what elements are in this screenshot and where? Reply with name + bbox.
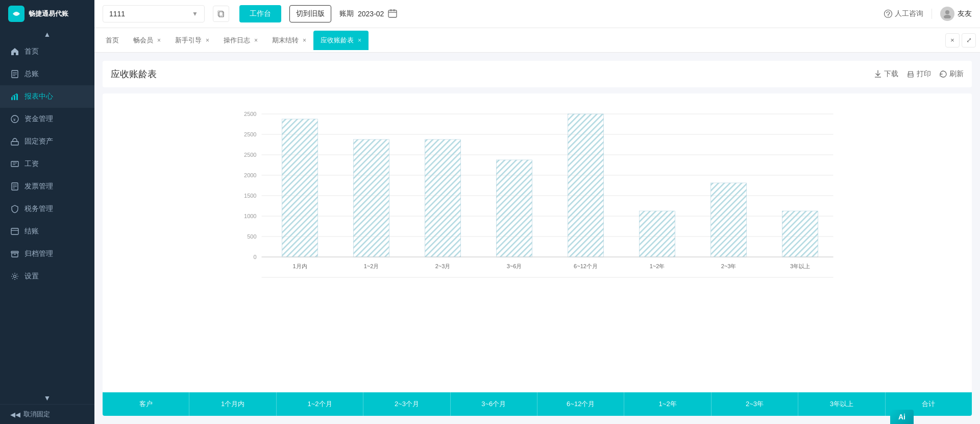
sidebar-item-payroll[interactable]: 工资 — [0, 153, 94, 175]
sidebar-item-label: 报表中心 — [24, 92, 53, 101]
expand-tab-button[interactable]: ⤢ — [962, 33, 976, 48]
refresh-label: 刷新 — [949, 69, 964, 79]
svg-text:1000: 1000 — [244, 213, 256, 219]
download-label: 下载 — [884, 69, 898, 79]
col-1-2years: 1~2年 — [624, 392, 711, 416]
period-label: 账期 — [339, 9, 354, 18]
top-bar: 畅捷通易代账 1111 ▼ 工作台 切到旧版 账期 2023-02 人工咨询 — [0, 0, 980, 28]
col-1-2months: 1~2个月 — [277, 392, 363, 416]
sidebar-item-tax[interactable]: 税务管理 — [0, 198, 94, 220]
payroll-icon — [10, 159, 19, 169]
sidebar-item-checkout[interactable]: 结账 — [0, 220, 94, 243]
logo-area: 畅捷通易代账 — [0, 0, 94, 28]
scroll-down-arrow[interactable]: ▼ — [0, 392, 94, 404]
svg-point-7 — [888, 16, 889, 17]
print-button[interactable]: 打印 — [906, 69, 931, 79]
pin-icon: ◀◀ — [10, 411, 20, 418]
tab-log-close[interactable]: × — [254, 37, 258, 44]
ledger-icon — [10, 69, 19, 79]
period-value: 2023-02 — [358, 10, 384, 18]
svg-rect-27 — [11, 228, 18, 234]
svg-rect-30 — [12, 253, 18, 257]
sidebar-item-reports[interactable]: 报表中心 — [0, 85, 94, 108]
svg-text:2~3年: 2~3年 — [721, 263, 737, 269]
sidebar-item-label: 总账 — [24, 69, 39, 79]
sidebar-item-invoice[interactable]: 发票管理 — [0, 175, 94, 198]
content-area: 首页 畅会员 × 新手引导 × 操作日志 × 期末结转 × — [94, 28, 980, 424]
sidebar-item-funds[interactable]: ¥ 资金管理 — [0, 108, 94, 130]
svg-text:2500: 2500 — [244, 131, 256, 137]
tax-icon — [10, 204, 19, 214]
svg-text:2500: 2500 — [244, 111, 256, 117]
tab-home[interactable]: 首页 — [99, 31, 126, 50]
tab-period-end[interactable]: 期末结转 × — [265, 31, 313, 50]
chevron-down-icon: ▼ — [192, 10, 198, 17]
sidebar-item-label: 资金管理 — [24, 114, 53, 124]
svg-point-9 — [944, 15, 951, 18]
sidebar-item-home[interactable]: 首页 — [0, 40, 94, 63]
tab-member-close[interactable]: × — [157, 37, 161, 44]
company-selector[interactable]: 1111 ▼ — [103, 5, 205, 22]
sidebar-item-label: 首页 — [24, 47, 39, 56]
logo-icon — [8, 6, 24, 22]
svg-text:0: 0 — [253, 254, 256, 260]
ai-label: Ai — [898, 413, 905, 421]
consult-label: 人工咨询 — [895, 9, 923, 18]
switch-version-button[interactable]: 切到旧版 — [289, 5, 331, 22]
tab-member[interactable]: 畅会员 × — [126, 31, 168, 50]
tab-aging-close[interactable]: × — [358, 37, 361, 44]
sidebar-item-ledger[interactable]: 总账 — [0, 63, 94, 85]
workbench-button[interactable]: 工作台 — [239, 5, 281, 22]
svg-rect-60 — [640, 211, 675, 257]
download-button[interactable]: 下载 — [874, 69, 898, 79]
calendar-icon[interactable] — [388, 9, 397, 19]
tab-guide-close[interactable]: × — [206, 37, 209, 44]
main-area: ▲ 首页 总账 — [0, 28, 980, 424]
ai-badge[interactable]: Ai — [890, 410, 914, 424]
svg-rect-58 — [497, 160, 532, 257]
page-header: 应收账龄表 下载 打印 刷新 — [103, 61, 972, 87]
sidebar-item-label: 结账 — [24, 227, 39, 236]
sidebar-item-settings[interactable]: 设置 — [0, 265, 94, 288]
svg-text:3年以上: 3年以上 — [790, 263, 810, 269]
sidebar-footer[interactable]: ◀◀ 取消固定 — [0, 404, 94, 424]
top-right-area: 人工咨询 友友 — [884, 7, 972, 21]
chart-container: 2500 2500 2500 2000 1500 1000 500 0 — [103, 93, 972, 392]
svg-rect-56 — [354, 139, 389, 257]
tab-guide[interactable]: 新手引导 × — [168, 31, 216, 50]
tab-log-label: 操作日志 — [224, 36, 250, 45]
copy-button[interactable] — [213, 6, 229, 22]
tab-log[interactable]: 操作日志 × — [216, 31, 265, 50]
svg-point-32 — [14, 275, 16, 278]
assets-icon — [10, 137, 19, 146]
tabs-bar: 首页 畅会员 × 新手引导 × 操作日志 × 期末结转 × — [94, 28, 980, 53]
logo-text: 畅捷通易代账 — [29, 9, 68, 18]
tab-period-end-close[interactable]: × — [303, 37, 306, 44]
checkout-icon — [10, 227, 19, 236]
sidebar-item-label: 归档管理 — [24, 249, 53, 258]
close-tab-button[interactable]: × — [945, 33, 960, 48]
sidebar-item-label: 设置 — [24, 272, 39, 281]
tab-aging[interactable]: 应收账龄表 × — [313, 31, 369, 50]
svg-text:6~12个月: 6~12个月 — [574, 263, 598, 269]
tab-guide-label: 新手引导 — [175, 36, 202, 45]
svg-rect-15 — [14, 96, 15, 100]
tab-period-end-label: 期末结转 — [272, 36, 299, 45]
svg-rect-19 — [11, 142, 18, 145]
refresh-button[interactable]: 刷新 — [939, 69, 964, 79]
sidebar-item-assets[interactable]: 固定资产 — [0, 130, 94, 153]
svg-text:2000: 2000 — [244, 172, 256, 178]
user-area[interactable]: 友友 — [940, 7, 972, 21]
svg-text:500: 500 — [247, 233, 256, 240]
invoice-icon — [10, 182, 19, 191]
cancel-pin-label: 取消固定 — [23, 410, 50, 419]
settings-icon — [10, 272, 19, 281]
svg-rect-55 — [282, 119, 318, 257]
sidebar-scroll: 首页 总账 报表中心 — [0, 40, 94, 392]
consult-button[interactable]: 人工咨询 — [884, 9, 923, 18]
sidebar-item-archive[interactable]: 归档管理 — [0, 243, 94, 265]
scroll-up-arrow[interactable]: ▲ — [0, 28, 94, 40]
sidebar: ▲ 首页 总账 — [0, 28, 94, 424]
svg-rect-2 — [388, 10, 397, 17]
page-actions: 下载 打印 刷新 — [874, 69, 964, 79]
